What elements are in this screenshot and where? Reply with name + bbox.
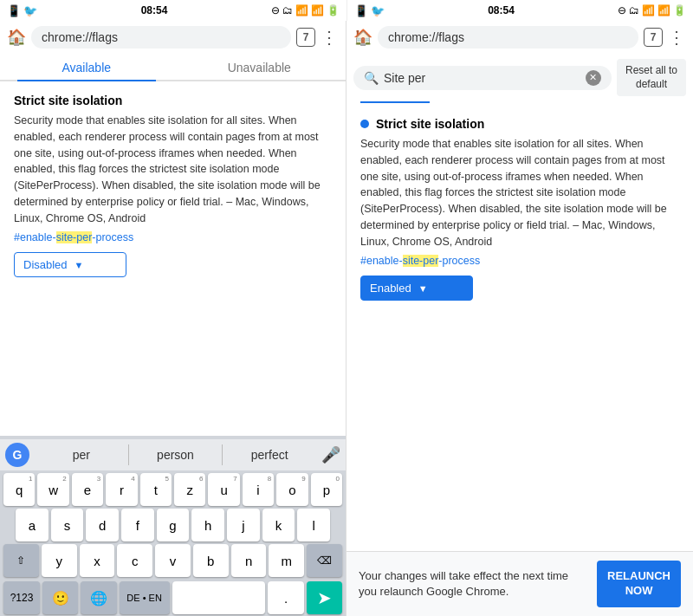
right-flag-link[interactable]: #enable-site-per-process [360, 255, 679, 267]
key-emoji[interactable]: 🙂 [42, 581, 78, 614]
whatsapp-icon: 📱 [7, 4, 21, 17]
key-o[interactable]: 9o [276, 473, 308, 506]
key-m[interactable]: m [269, 544, 304, 577]
copy2-icon: 🗂 [629, 4, 639, 16]
key-l[interactable]: l [297, 509, 330, 541]
key-u[interactable]: 7u [208, 473, 239, 506]
left-flag-link[interactable]: #enable-site-per-process [14, 231, 332, 243]
key-f[interactable]: f [121, 509, 154, 541]
key-k[interactable]: k [262, 509, 295, 541]
left-panel: 🏠 chrome://flags 7 ⋮ Available Unavailab… [0, 21, 346, 616]
right-tab-count[interactable]: 7 [644, 28, 663, 47]
key-w[interactable]: 2w [37, 473, 68, 506]
keyboard-row-3: ⇧ y x c v b n m ⌫ [3, 544, 342, 577]
left-flag-description: Security mode that enables site isolatio… [14, 113, 332, 226]
do-not-disturb-icon: ⊖ [271, 4, 280, 16]
left-flag-title: Strict site isolation [14, 94, 332, 107]
relaunch-now-button[interactable]: RELAUNCHNOW [597, 561, 681, 607]
mic-icon[interactable]: 🎤 [321, 445, 340, 464]
key-c[interactable]: c [117, 544, 152, 577]
key-j[interactable]: j [227, 509, 260, 541]
keyboard-bottom-row: ?123 🙂 🌐 DE • EN . ➤ [0, 580, 346, 616]
right-flag-dropdown-row: Enabled ▼ [360, 276, 679, 301]
right-status-icons: 📱 🐦 [354, 4, 385, 17]
key-g[interactable]: g [157, 509, 190, 541]
key-language[interactable]: DE • EN [120, 581, 170, 614]
right-home-icon[interactable]: 🏠 [353, 28, 372, 47]
relaunch-text: Your changes will take effect the next t… [359, 568, 588, 600]
key-period[interactable]: . [268, 581, 303, 614]
twitter-icon: 🐦 [23, 4, 37, 17]
copy-icon: 🗂 [282, 4, 293, 16]
left-address-text: chrome://flags [42, 30, 118, 44]
key-shift[interactable]: ⇧ [3, 544, 39, 577]
key-a[interactable]: a [16, 509, 49, 541]
clear-search-button[interactable]: ✕ [586, 70, 601, 86]
key-i[interactable]: 8i [243, 473, 274, 506]
right-status-bar: 📱 🐦 08:54 ⊖ 🗂 📶 📶 🔋 [346, 0, 693, 21]
key-h[interactable]: h [191, 509, 224, 541]
suggestion-person[interactable]: person [128, 444, 223, 465]
key-p[interactable]: 0p [311, 473, 342, 506]
left-link-highlight: site-per [56, 231, 93, 243]
left-address-bar[interactable]: chrome://flags [31, 26, 291, 49]
key-e[interactable]: 3e [72, 473, 103, 506]
right-search-bar-row: 🔍 ✕ Reset all todefault [346, 54, 693, 101]
key-d[interactable]: d [86, 509, 119, 541]
relaunch-bar: Your changes will take effect the next t… [346, 551, 693, 616]
left-right-icons: ⊖ 🗂 📶 📶 🔋 [271, 4, 340, 16]
key-v[interactable]: v [155, 544, 191, 577]
key-x[interactable]: x [80, 544, 115, 577]
right-search-box[interactable]: 🔍 ✕ [353, 66, 612, 90]
key-z[interactable]: 6z [174, 473, 205, 506]
key-b[interactable]: b [193, 544, 229, 577]
tab-unavailable[interactable]: Unavailable [173, 54, 346, 80]
key-n[interactable]: n [231, 544, 267, 577]
key-t[interactable]: 5t [140, 473, 172, 506]
tab-available[interactable]: Available [0, 54, 173, 80]
reset-all-button[interactable]: Reset all todefault [617, 59, 686, 96]
keyboard-row-1: 1q 2w 3e 4r 5t 6z 7u 8i 9o 0p [3, 473, 342, 506]
right-link-before: #enable- [360, 255, 403, 267]
right-right-icons: ⊖ 🗂 📶 📶 🔋 [618, 4, 686, 16]
right-dropdown-arrow-icon: ▼ [418, 283, 428, 294]
key-q[interactable]: 1q [3, 473, 35, 506]
search-active-indicator [360, 101, 430, 103]
battery2-icon: 🔋 [673, 4, 686, 16]
google-icon: G [5, 443, 29, 467]
suggestion-per[interactable]: per [35, 444, 128, 465]
left-home-icon[interactable]: 🏠 [7, 28, 26, 47]
left-flag-dropdown[interactable]: Disabled ▼ [14, 252, 126, 277]
do-not-disturb2-icon: ⊖ [618, 4, 626, 16]
key-y[interactable]: y [42, 544, 77, 577]
left-tab-count[interactable]: 7 [296, 28, 315, 47]
right-time: 08:54 [488, 4, 515, 16]
left-more-icon[interactable]: ⋮ [321, 27, 339, 48]
right-more-icon[interactable]: ⋮ [668, 27, 686, 48]
left-link-before: #enable- [14, 231, 56, 243]
word-suggestions-row: G per person perfect 🎤 [0, 439, 346, 470]
enabled-dot [360, 120, 369, 128]
key-backspace[interactable]: ⌫ [307, 544, 342, 577]
key-space[interactable] [172, 581, 266, 614]
left-address-bar-row: 🏠 chrome://flags 7 ⋮ [0, 21, 346, 54]
wifi-icon: 📶 [295, 4, 308, 16]
key-num-toggle[interactable]: ?123 [3, 581, 40, 614]
right-flag-content: Strict site isolation Security mode that… [346, 110, 693, 551]
suggestion-perfect[interactable]: perfect [222, 444, 316, 465]
search-icon: 🔍 [364, 71, 379, 85]
keyboard-row-2: a s d f g h j k l [3, 509, 342, 541]
key-s[interactable]: s [51, 509, 84, 541]
keyboard: G per person perfect 🎤 1q 2w 3e 4r 5t 6z… [0, 436, 346, 616]
twitter2-icon: 🐦 [371, 4, 385, 17]
right-flag-dropdown[interactable]: Enabled ▼ [360, 276, 473, 301]
right-address-bar[interactable]: chrome://flags [378, 26, 638, 49]
left-flag-content: Strict site isolation Security mode that… [0, 81, 346, 436]
search-input[interactable] [384, 71, 580, 85]
right-link-highlight: site-per [403, 255, 439, 267]
key-enter[interactable]: ➤ [307, 581, 342, 614]
right-dropdown-label: Enabled [370, 282, 411, 295]
left-flag-dropdown-row: Disabled ▼ [14, 252, 332, 277]
key-globe[interactable]: 🌐 [81, 581, 116, 614]
key-r[interactable]: 4r [106, 473, 137, 506]
